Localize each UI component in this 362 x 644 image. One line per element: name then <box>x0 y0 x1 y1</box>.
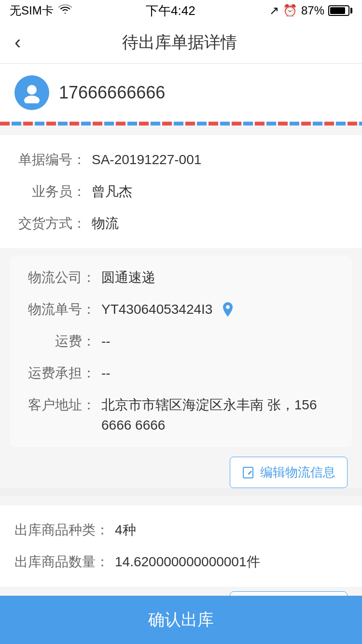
customer-address-row: 客户地址： 北京市市辖区海淀区永丰南 张，156 6666 6666 <box>24 395 338 435</box>
tracking-link: YT43064053424I3 <box>101 299 237 320</box>
dashed-divider <box>0 122 362 126</box>
order-number-value: SA-20191227-001 <box>92 150 348 170</box>
delivery-method-row: 交货方式： 物流 <box>14 213 348 234</box>
freight-bearer-row: 运费承担： -- <box>24 363 338 383</box>
edit-logistics-button[interactable]: 编辑物流信息 <box>230 457 348 488</box>
outbound-info-section: 出库商品种类： 4种 出库商品数量： 14.620000000000001件 <box>0 505 362 587</box>
freight-bearer-value: -- <box>101 363 338 383</box>
status-right: ↗ ⏰ 87% <box>269 4 352 17</box>
product-quantity-value: 14.620000000000001件 <box>115 552 348 572</box>
svg-point-1 <box>24 96 40 103</box>
order-number-row: 单据编号： SA-20191227-001 <box>14 150 348 170</box>
tracking-number-value: YT43064053424I3 <box>101 299 212 320</box>
confirm-outbound-label: 确认出库 <box>148 609 214 631</box>
basic-info-section: 单据编号： SA-20191227-001 业务员： 曾凡杰 交货方式： 物流 <box>0 135 362 248</box>
order-number-label: 单据编号： <box>14 150 92 170</box>
customer-address-value: 北京市市辖区海淀区永丰南 张，156 6666 6666 <box>101 395 338 435</box>
map-pin-icon[interactable] <box>218 300 237 319</box>
confirm-outbound-button[interactable]: 确认出库 <box>0 596 362 644</box>
back-button[interactable]: ‹ <box>14 31 21 53</box>
tracking-number-row: 物流单号： YT43064053424I3 <box>24 299 338 320</box>
nav-bar: ‹ 待出库单据详情 <box>0 21 362 64</box>
freight-row: 运费： -- <box>24 331 338 351</box>
delivery-method-label: 交货方式： <box>14 213 92 234</box>
product-types-row: 出库商品种类： 4种 <box>14 520 348 540</box>
status-time: 下午4:42 <box>146 2 195 19</box>
logistics-section: 物流公司： 圆通速递 物流单号： YT43064053424I3 运费： -- … <box>10 256 352 447</box>
customer-header: 17666666666 <box>0 64 362 122</box>
avatar <box>14 75 49 110</box>
alarm-icon: ⏰ <box>283 4 297 17</box>
tracking-number-label: 物流单号： <box>24 299 101 320</box>
customer-address-label: 客户地址： <box>24 395 101 415</box>
battery-indicator <box>328 5 352 16</box>
page-title: 待出库单据详情 <box>30 31 328 54</box>
battery-percent: 87% <box>301 4 324 17</box>
product-types-value: 4种 <box>115 520 348 540</box>
sales-person-row: 业务员： 曾凡杰 <box>14 182 348 202</box>
wifi-icon <box>58 4 72 17</box>
section-divider <box>0 488 362 496</box>
edit-icon <box>242 466 255 479</box>
edit-logistics-row: 编辑物流信息 <box>0 457 362 488</box>
logistics-company-value: 圆通速递 <box>101 267 338 288</box>
status-bar: 无SIM卡 下午4:42 ↗ ⏰ 87% <box>0 0 362 21</box>
product-types-label: 出库商品种类： <box>14 520 115 540</box>
product-quantity-row: 出库商品数量： 14.620000000000001件 <box>14 552 348 572</box>
svg-rect-2 <box>243 467 253 478</box>
product-quantity-label: 出库商品数量： <box>14 552 115 572</box>
svg-point-0 <box>27 85 37 95</box>
freight-label: 运费： <box>24 331 101 351</box>
carrier-label: 无SIM卡 <box>10 3 54 18</box>
location-status-icon: ↗ <box>269 4 279 17</box>
sales-person-label: 业务员： <box>14 182 92 202</box>
edit-logistics-label: 编辑物流信息 <box>260 464 335 481</box>
freight-bearer-label: 运费承担： <box>24 363 101 383</box>
freight-value: -- <box>101 331 338 351</box>
logistics-company-row: 物流公司： 圆通速递 <box>24 267 338 288</box>
sales-person-value: 曾凡杰 <box>92 182 348 202</box>
status-left: 无SIM卡 <box>10 3 72 18</box>
delivery-method-value: 物流 <box>92 213 348 234</box>
logistics-company-label: 物流公司： <box>24 267 101 288</box>
customer-phone: 17666666666 <box>59 83 165 103</box>
